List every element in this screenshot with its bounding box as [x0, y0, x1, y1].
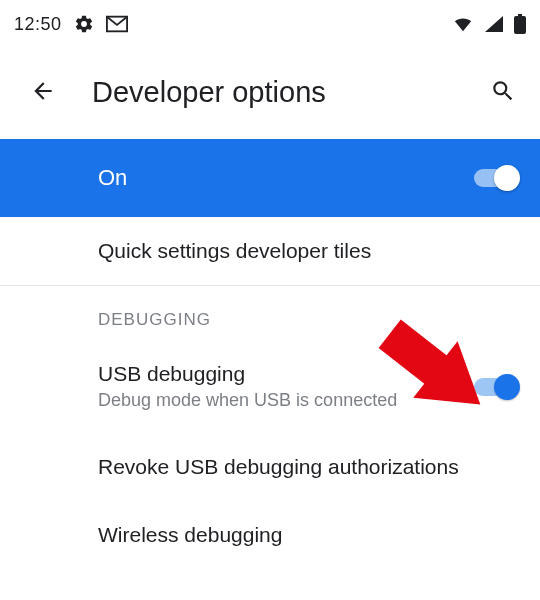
back-button[interactable]: [26, 74, 60, 111]
search-icon: [490, 78, 516, 107]
gmail-icon: [106, 15, 128, 33]
battery-icon: [514, 14, 526, 34]
row-title: Quick settings developer tiles: [98, 239, 518, 263]
wifi-icon: [452, 15, 474, 33]
gear-icon: [74, 14, 94, 34]
row-subtitle: Debug mode when USB is connected: [98, 390, 474, 411]
master-toggle-row[interactable]: On: [0, 139, 540, 217]
quick-settings-tiles-row[interactable]: Quick settings developer tiles: [0, 217, 540, 285]
cell-signal-icon: [484, 15, 504, 33]
svg-rect-1: [514, 16, 526, 34]
app-bar: Developer options: [0, 46, 540, 139]
revoke-usb-auth-row[interactable]: Revoke USB debugging authorizations: [0, 433, 540, 501]
svg-rect-2: [518, 14, 522, 17]
row-title: USB debugging: [98, 362, 474, 386]
master-toggle-switch[interactable]: [474, 169, 518, 187]
search-button[interactable]: [486, 74, 520, 111]
status-bar: 12:50: [0, 0, 540, 46]
row-title: Wireless debugging: [98, 523, 518, 547]
row-title: Revoke USB debugging authorizations: [98, 455, 518, 479]
page-title: Developer options: [92, 76, 454, 109]
status-clock: 12:50: [14, 14, 62, 35]
arrow-left-icon: [30, 78, 56, 107]
wireless-debugging-row[interactable]: Wireless debugging: [0, 501, 540, 553]
section-header-debugging: DEBUGGING: [0, 286, 540, 340]
usb-debugging-switch[interactable]: [474, 378, 518, 396]
master-toggle-label: On: [98, 165, 474, 191]
usb-debugging-row[interactable]: USB debugging Debug mode when USB is con…: [0, 340, 540, 433]
